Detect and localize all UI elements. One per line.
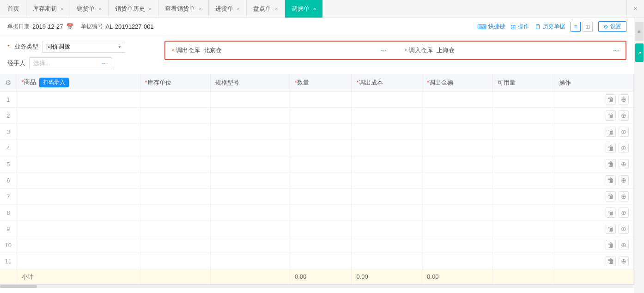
scan-button[interactable]: 扫码录入 [39, 78, 69, 87]
delete-icon[interactable]: 🗑 [606, 159, 616, 169]
delete-icon[interactable]: 🗑 [606, 127, 616, 137]
date-field: 单据日期 2019-12-27 📅 [7, 23, 73, 31]
right-sidebar: ≡ ↗ [634, 18, 644, 293]
col-amount: *调出金额 [422, 74, 493, 92]
grid-icon: ⊞ [510, 23, 516, 31]
table-row: 6🗑⊕ [0, 172, 634, 189]
items-table: ⚙ *商品 扫码录入 *库存单位 规格型号 *数量 [0, 74, 634, 284]
horizontal-scrollbar[interactable] [0, 284, 634, 288]
table-row: 10🗑⊕ [0, 237, 634, 253]
copy-icon[interactable]: ⊕ [619, 94, 629, 104]
history-icon: 🗒 [535, 23, 541, 31]
close-icon[interactable]: × [313, 6, 316, 12]
out-warehouse-dots[interactable]: ··· [380, 46, 386, 55]
delete-icon[interactable]: 🗑 [606, 175, 616, 185]
chevron-down-icon: ▾ [118, 44, 121, 50]
layout-grid-button[interactable]: ⊞ [583, 22, 593, 32]
col-gear: ⚙ [0, 74, 17, 92]
tab-purchase[interactable]: 进货单 × [209, 0, 247, 18]
copy-icon[interactable]: ⊕ [619, 224, 629, 234]
table-row: 11🗑⊕ [0, 253, 634, 269]
layout-buttons: ≡ ⊞ [571, 22, 593, 32]
form-area: * 业务类型 同价调拨 ▾ 经手人 选择... ··· * 调出仓库 北京仓 [0, 36, 634, 69]
tab-inventory-check[interactable]: 盘点单 × [247, 0, 285, 18]
subtotal-row: 小计 0.00 0.00 0.00 [0, 269, 634, 284]
col-unit: *库存单位 [140, 74, 211, 92]
copy-icon[interactable]: ⊕ [619, 175, 629, 185]
tab-home[interactable]: 首页 [0, 0, 26, 18]
delete-icon[interactable]: 🗑 [606, 208, 616, 218]
sidebar-list-button[interactable]: ≡ [635, 22, 644, 41]
col-cost: *调出成本 [352, 74, 422, 92]
tab-bar: 首页 库存期初 × 销货单 × 销货单历史 × 查看销货单 × 进货单 × 盘点… [0, 0, 644, 18]
table-row: 3🗑⊕ [0, 124, 634, 140]
tab-transfer[interactable]: 调拨单 × [285, 0, 323, 18]
delete-icon[interactable]: 🗑 [606, 240, 616, 250]
tab-sales-history[interactable]: 销货单历史 × [109, 0, 158, 18]
form-left: * 业务类型 同价调拨 ▾ 经手人 选择... ··· [7, 41, 155, 69]
close-icon[interactable]: × [98, 6, 101, 12]
close-icon[interactable]: × [199, 6, 201, 12]
toolbar: 单据日期 2019-12-27 📅 单据编号 AL-20191227-001 ⌨… [0, 18, 634, 36]
copy-icon[interactable]: ⊕ [619, 191, 629, 201]
delete-icon[interactable]: 🗑 [606, 94, 616, 104]
table-row: 5🗑⊕ [0, 156, 634, 172]
scrollbar-thumb[interactable] [0, 285, 37, 288]
copy-icon[interactable]: ⊕ [619, 159, 629, 169]
tab-sales[interactable]: 销货单 × [70, 0, 108, 18]
close-icon[interactable]: × [149, 6, 152, 12]
toolbar-right: ⌨ 快捷键 ⊞ 操作 🗒 历史单据 ≡ ⊞ ⚙ 设置 [477, 21, 626, 32]
gear-icon: ⚙ [603, 24, 608, 30]
tab-view-sales[interactable]: 查看销货单 × [158, 0, 208, 18]
table-gear-icon[interactable]: ⚙ [5, 79, 11, 86]
biz-type-select[interactable]: 同价调拨 ▾ [42, 41, 125, 53]
out-warehouse-field: * 调出仓库 北京仓 ··· [172, 46, 386, 55]
delete-icon[interactable]: 🗑 [606, 110, 616, 121]
delete-icon[interactable]: 🗑 [606, 143, 616, 153]
person-field: 经手人 选择... ··· [7, 57, 155, 69]
keyboard-icon: ⌨ [477, 23, 486, 31]
window-close-button[interactable]: × [626, 0, 644, 18]
dots-icon[interactable]: ··· [102, 59, 108, 67]
copy-icon[interactable]: ⊕ [619, 127, 629, 137]
content-area: 单据日期 2019-12-27 📅 单据编号 AL-20191227-001 ⌨… [0, 18, 634, 293]
biz-type-field: * 业务类型 同价调拨 ▾ [7, 41, 155, 53]
tab-inventory-init[interactable]: 库存期初 × [26, 0, 70, 18]
copy-icon[interactable]: ⊕ [619, 110, 629, 121]
operation-button[interactable]: ⊞ 操作 [510, 23, 529, 31]
calendar-icon[interactable]: 📅 [66, 23, 73, 30]
copy-icon[interactable]: ⊕ [619, 208, 629, 218]
table-row: 9🗑⊕ [0, 221, 634, 237]
table-row: 4🗑⊕ [0, 140, 634, 156]
copy-icon[interactable]: ⊕ [619, 256, 629, 266]
table-row: 2🗑⊕ [0, 108, 634, 124]
close-icon[interactable]: × [237, 6, 240, 12]
layout-list-button[interactable]: ≡ [571, 22, 581, 32]
col-op: 操作 [554, 74, 634, 92]
close-icon[interactable]: × [61, 6, 63, 12]
table-row: 7🗑⊕ [0, 189, 634, 205]
delete-icon[interactable]: 🗑 [606, 224, 616, 234]
col-spec: 规格型号 [211, 74, 290, 92]
close-icon[interactable]: × [275, 6, 278, 12]
history-button[interactable]: 🗒 历史单据 [535, 23, 565, 31]
sidebar-expand-button[interactable]: ↗ [635, 43, 644, 62]
col-avail: 可用量 [492, 74, 554, 92]
col-product: *商品 扫码录入 [17, 74, 140, 92]
col-qty: *数量 [290, 74, 352, 92]
person-select[interactable]: 选择... ··· [29, 57, 112, 69]
setting-button[interactable]: ⚙ 设置 [598, 21, 626, 32]
table-row: 8🗑⊕ [0, 205, 634, 221]
doc-number-field: 单据编号 AL-20191227-001 [81, 23, 154, 31]
copy-icon[interactable]: ⊕ [619, 240, 629, 250]
delete-icon[interactable]: 🗑 [606, 256, 616, 266]
in-warehouse-field: * 调入仓库 上海仓 ··· [405, 46, 619, 55]
table-container: ⚙ *商品 扫码录入 *库存单位 规格型号 *数量 [0, 74, 634, 293]
in-warehouse-dots[interactable]: ··· [613, 46, 619, 55]
copy-icon[interactable]: ⊕ [619, 143, 629, 153]
warehouse-section: * 调出仓库 北京仓 ··· * 调入仓库 上海仓 ··· [164, 41, 626, 60]
shortcut-button[interactable]: ⌨ 快捷键 [477, 23, 505, 31]
table-row: 1🗑⊕ [0, 92, 634, 108]
delete-icon[interactable]: 🗑 [606, 191, 616, 201]
